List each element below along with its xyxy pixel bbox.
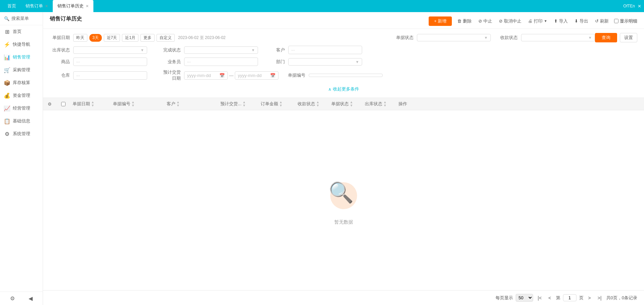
th-customer[interactable]: 客户 ▲▼ <box>164 101 218 107</box>
sidebar-collapse-icon[interactable]: ◀ <box>29 295 33 302</box>
calendar-end-icon[interactable]: 📅 <box>270 73 275 78</box>
customer-input[interactable]: ··· <box>288 46 362 54</box>
date-yesterday-btn[interactable]: 昨天 <box>73 34 87 42</box>
page-title: 销售订单历史 <box>50 15 82 23</box>
th-outstock[interactable]: 出库状态 ▲▼ <box>362 101 396 107</box>
th-action-label: 操作 <box>398 101 407 107</box>
top-bar: 首页 销售订单 ✕ 销售订单历史 ✕ OfTEn ✕ <box>0 0 644 12</box>
basic-icon: 📋 <box>4 118 10 124</box>
finance-icon: 💰 <box>4 92 10 99</box>
table-settings-icon: ⚙ <box>48 102 52 107</box>
tab-sales-history[interactable]: 销售订单历史 ✕ <box>53 0 93 12</box>
th-delivery[interactable]: 预计交货... ▲▼ <box>218 101 258 107</box>
import-button[interactable]: ⬆ 导入 <box>553 17 569 25</box>
payment-status-arrow: ▼ <box>588 36 592 40</box>
salesperson-input[interactable]: ··· <box>184 58 258 66</box>
warehouse-input[interactable]: ··· <box>73 71 147 80</box>
display-detail-label: 显示明细 <box>620 18 637 24</box>
toolbar: + 新增 🗑 删除 ⊘ 中止 ⊘ 取消中止 🖨 打印 ▼ <box>429 16 637 26</box>
delete-icon: 🗑 <box>457 18 462 24</box>
print-icon: 🖨 <box>528 18 532 24</box>
sidebar-settings-icon[interactable]: ⚙ <box>10 295 15 302</box>
sidebar-item-inventory[interactable]: 📦 库存核算 <box>0 76 43 89</box>
tab-home[interactable]: 首页 <box>3 0 21 12</box>
complete-status-select[interactable]: ▼ <box>184 46 258 54</box>
tab-sales-order-close[interactable]: ✕ <box>45 4 48 8</box>
display-detail-input[interactable] <box>614 19 618 23</box>
tab-sales-order[interactable]: 销售订单 ✕ <box>21 0 53 12</box>
tab-sales-history-close[interactable]: ✕ <box>86 4 89 8</box>
date-1month-btn[interactable]: 近1月 <box>122 34 138 42</box>
sidebar-item-system-label: 系统管理 <box>13 131 30 137</box>
operation-icon: 📈 <box>4 105 10 111</box>
sidebar-item-purchase-label: 采购管理 <box>13 67 30 73</box>
date-more-btn[interactable]: 更多 <box>140 34 155 42</box>
export-button[interactable]: ⬇ 导出 <box>573 17 590 25</box>
query-button[interactable]: 查询 <box>595 33 617 42</box>
sidebar-search[interactable]: 🔍 搜索菜单 <box>0 12 43 25</box>
department-select[interactable]: ▼ <box>288 58 362 66</box>
out-stock-select[interactable]: ▼ <box>73 46 147 54</box>
page-first-btn[interactable]: |< <box>536 295 544 301</box>
sidebar-bottom: ⚙ ◀ <box>0 292 43 305</box>
page-prev-btn[interactable]: < <box>546 295 553 301</box>
cancel-stop-button[interactable]: ⊘ 取消中止 <box>498 17 523 25</box>
stop-icon: ⊘ <box>478 18 482 24</box>
sidebar-item-purchase[interactable]: 🛒 采购管理 <box>0 64 43 76</box>
sidebar-item-basic[interactable]: 📋 基础信息 <box>0 115 43 127</box>
select-all-cell[interactable] <box>56 102 70 106</box>
th-num-label: 单据编号 <box>113 101 130 107</box>
payment-status-label: 收款状态 <box>498 35 521 41</box>
page-next-btn[interactable]: > <box>586 295 593 301</box>
date-3days-btn[interactable]: 3天 <box>89 34 102 42</box>
window-close-icon[interactable]: ✕ <box>638 4 641 9</box>
system-icon: ⚙ <box>4 131 10 137</box>
per-page-select[interactable]: 50 10 20 100 <box>516 294 533 302</box>
th-date[interactable]: 单据日期 ▲▼ <box>70 101 110 107</box>
salesperson-ellipsis: ··· <box>187 59 191 64</box>
tab-home-label: 首页 <box>7 3 16 9</box>
bill-status-select[interactable]: ▼ <box>417 34 491 41</box>
empty-magnifier-icon: 🔍 <box>329 181 354 204</box>
table-settings-btn[interactable]: ⚙ <box>43 102 56 107</box>
often-label: OfTEn <box>623 4 635 8</box>
th-action: 操作 <box>396 101 644 107</box>
search-icon: 🔍 <box>4 16 9 21</box>
top-bar-right: OfTEn ✕ <box>623 4 641 9</box>
date-custom-btn[interactable]: 自定义 <box>157 34 175 42</box>
th-num[interactable]: 单据编号 ▲▼ <box>110 101 164 107</box>
sidebar-item-sales[interactable]: 📊 销售管理 <box>0 51 43 64</box>
print-button[interactable]: 🖨 打印 ▼ <box>527 17 549 25</box>
sidebar-item-finance[interactable]: 💰 资金管理 <box>0 89 43 102</box>
th-amount-label: 订单金额 <box>261 101 278 107</box>
bill-no-input[interactable] <box>309 74 383 77</box>
refresh-button[interactable]: ↺ 刷新 <box>594 17 610 25</box>
stop-button[interactable]: ⊘ 中止 <box>477 17 493 25</box>
settings-button[interactable]: 设置 <box>620 33 637 42</box>
delivery-date-start[interactable]: yyyy-mm-dd 📅 <box>184 71 228 80</box>
bill-status-arrow: ▼ <box>484 36 488 40</box>
page-number-input[interactable] <box>563 294 576 301</box>
new-button[interactable]: + 新增 <box>429 16 452 26</box>
th-status[interactable]: 单据状态 ▲▼ <box>329 101 362 107</box>
sidebar-item-operation[interactable]: 📈 经营管理 <box>0 102 43 115</box>
sidebar-item-quick-nav[interactable]: ⚡ 快捷导航 <box>0 38 43 51</box>
goods-input[interactable]: ··· <box>73 58 147 66</box>
collapse-more-btn[interactable]: ∧ 收起更多条件 <box>50 85 637 93</box>
select-all-checkbox[interactable] <box>61 102 66 106</box>
delivery-date-end[interactable]: yyyy-mm-dd 📅 <box>235 71 278 80</box>
date-7days-btn[interactable]: 近7天 <box>104 34 120 42</box>
sidebar-item-home[interactable]: ⊞ 首页 <box>0 25 43 38</box>
th-payment[interactable]: 收款状态 ▲▼ <box>295 101 329 107</box>
sidebar-search-label: 搜索菜单 <box>11 15 29 22</box>
sidebar-item-system[interactable]: ⚙ 系统管理 <box>0 127 43 140</box>
calendar-start-icon[interactable]: 📅 <box>219 73 225 78</box>
page-last-btn[interactable]: >| <box>596 295 604 301</box>
purchase-icon: 🛒 <box>4 67 10 73</box>
payment-status-select[interactable]: ▼ <box>521 34 595 41</box>
th-amount[interactable]: 订单金额 ▲▼ <box>258 101 295 107</box>
delete-button[interactable]: 🗑 删除 <box>456 17 473 25</box>
content-area: 销售订单历史 + 新增 🗑 删除 ⊘ 中止 ⊘ 取消中止 🖨 打印 <box>43 12 644 305</box>
display-detail-checkbox[interactable]: 显示明细 <box>614 18 637 24</box>
page-label: 第 <box>556 295 560 301</box>
